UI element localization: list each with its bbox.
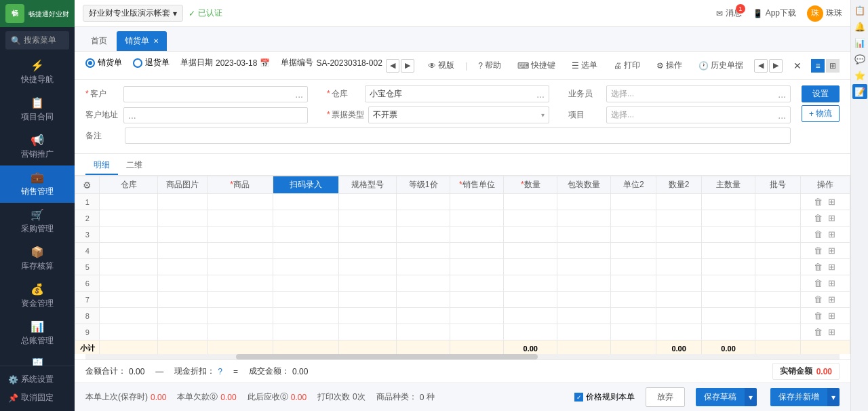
copy-icon[interactable]: ⊞ [827, 278, 837, 289]
row-cell[interactable] [339, 243, 397, 259]
radio-return[interactable]: 退货单 [133, 57, 170, 68]
discount-help[interactable]: ? [218, 367, 222, 376]
row-cell[interactable] [157, 308, 207, 324]
delete-icon[interactable]: 🗑 [813, 262, 824, 273]
delete-icon[interactable]: 🗑 [813, 294, 824, 305]
row-cell[interactable] [656, 227, 702, 243]
row-cell[interactable] [397, 259, 450, 275]
row-cell[interactable] [504, 308, 557, 324]
row-cell[interactable] [339, 308, 397, 324]
project-input[interactable]: 选择... ... [606, 106, 791, 123]
row-cell[interactable] [339, 259, 397, 275]
sidebar-item-purchase[interactable]: 🛒 采购管理 [0, 203, 75, 240]
row-cell[interactable] [611, 259, 656, 275]
row-cell[interactable] [273, 243, 338, 259]
help-btn[interactable]: ? 帮助 [473, 58, 507, 73]
next-arrow[interactable]: ▶ [401, 59, 414, 73]
history-btn[interactable]: 🕐 历史单据 [693, 58, 749, 73]
row-cell[interactable] [157, 292, 207, 308]
row-cell[interactable] [656, 275, 702, 292]
row-cell[interactable] [504, 194, 557, 210]
row-cell[interactable] [504, 210, 557, 227]
row-cell[interactable] [656, 324, 702, 340]
row-cell[interactable] [157, 259, 207, 275]
row-cell[interactable] [504, 259, 557, 275]
search-menu-button[interactable]: 🔍 搜索菜单 [5, 31, 69, 50]
app-download-btn[interactable]: 📱 App下载 [753, 7, 796, 19]
row-cell[interactable] [207, 308, 273, 324]
row-cell[interactable] [656, 259, 702, 275]
row-cell[interactable] [557, 308, 611, 324]
row-cell[interactable] [273, 292, 338, 308]
rpanel-icon-4[interactable]: 💬 [852, 52, 867, 66]
row-cell[interactable] [611, 308, 656, 324]
row-cell[interactable] [702, 194, 755, 210]
row-cell[interactable] [207, 324, 273, 340]
row-cell[interactable] [273, 227, 338, 243]
row-cell[interactable] [755, 210, 801, 227]
tab-close-icon[interactable]: ✕ [153, 37, 159, 45]
view-toggle-list[interactable]: ≡ [811, 59, 825, 73]
calendar-icon[interactable]: 📅 [260, 58, 270, 68]
row-cell[interactable] [397, 227, 450, 243]
tab-home[interactable]: 首页 [83, 31, 115, 51]
row-cell[interactable] [611, 324, 656, 340]
row-cell[interactable] [450, 308, 504, 324]
save-draft-arrow-btn[interactable]: ▾ [745, 388, 757, 406]
row-cell[interactable] [702, 243, 755, 259]
sidebar-item-settings[interactable]: ⚙️ 系统设置 [4, 370, 71, 389]
sidebar-item-accounting[interactable]: 📊 总账管理 [0, 315, 75, 352]
scrollbar-thumb[interactable] [236, 354, 538, 359]
print-btn[interactable]: 🖨 打印 [608, 58, 646, 73]
row-cell[interactable] [702, 259, 755, 275]
save-draft-btn[interactable]: 保存草稿 [696, 388, 745, 406]
operate-btn[interactable]: ⚙ 操作 [651, 58, 688, 73]
row-cell[interactable] [100, 292, 157, 308]
row-cell[interactable] [397, 292, 450, 308]
delete-icon[interactable]: 🗑 [813, 213, 824, 224]
row-cell[interactable] [611, 194, 656, 210]
date-value[interactable]: 2023-03-18 [216, 58, 257, 68]
row-cell[interactable] [755, 292, 801, 308]
row-cell[interactable] [207, 210, 273, 227]
row-cell[interactable] [656, 210, 702, 227]
row-cell[interactable] [557, 227, 611, 243]
row-cell[interactable] [611, 243, 656, 259]
row-cell[interactable] [100, 275, 157, 292]
tab-sales-order[interactable]: 销货单 ✕ [117, 31, 167, 51]
copy-icon[interactable]: ⊞ [827, 229, 837, 240]
rpanel-icon-1[interactable]: 📋 [852, 3, 867, 18]
row-cell[interactable] [273, 194, 338, 210]
row-cell[interactable] [339, 210, 397, 227]
sidebar-item-inventory[interactable]: 📦 库存核算 [0, 240, 75, 277]
copy-icon[interactable]: ⊞ [827, 246, 837, 256]
row-cell[interactable] [504, 275, 557, 292]
row-cell[interactable] [504, 324, 557, 340]
copy-icon[interactable]: ⊞ [827, 311, 837, 321]
gear-icon[interactable]: ⚙ [83, 180, 92, 191]
row-cell[interactable] [611, 210, 656, 227]
row-cell[interactable] [611, 275, 656, 292]
row-cell[interactable] [557, 210, 611, 227]
sidebar-item-unpin[interactable]: 📌 取消固定 [4, 389, 71, 407]
row-cell[interactable] [450, 259, 504, 275]
row-cell[interactable] [100, 210, 157, 227]
delete-icon[interactable]: 🗑 [813, 327, 824, 338]
row-cell[interactable] [755, 227, 801, 243]
row-cell[interactable] [702, 227, 755, 243]
row-cell[interactable] [755, 243, 801, 259]
row-cell[interactable] [100, 308, 157, 324]
row-cell[interactable] [611, 227, 656, 243]
row-cell[interactable] [450, 210, 504, 227]
row-cell[interactable] [273, 259, 338, 275]
row-cell[interactable] [157, 227, 207, 243]
row-cell[interactable] [207, 275, 273, 292]
row-cell[interactable] [273, 308, 338, 324]
sidebar-item-sales[interactable]: 💼 销售管理 [0, 165, 75, 203]
row-cell[interactable] [273, 210, 338, 227]
extra-next[interactable]: ▶ [769, 59, 783, 73]
salesperson-input[interactable]: 选择... ... [606, 85, 791, 102]
rpanel-icon-3[interactable]: 📊 [852, 35, 867, 50]
row-cell[interactable] [207, 243, 273, 259]
row-cell[interactable] [450, 194, 504, 210]
